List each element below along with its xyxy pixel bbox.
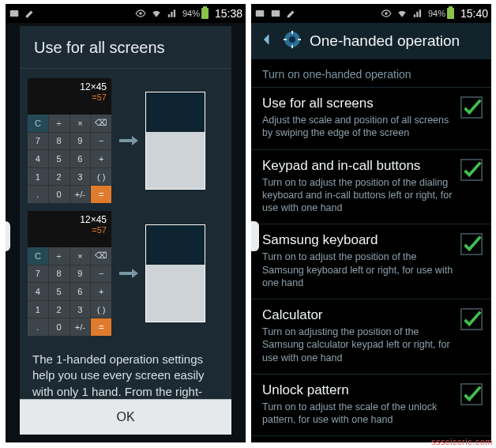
svg-point-6 [289, 36, 295, 43]
calc-key: 0 [49, 318, 70, 336]
signal-icon [412, 8, 423, 19]
calc-key: 4 [28, 283, 48, 300]
calc-key: = [91, 186, 111, 203]
page-title: One-handed operation [310, 32, 460, 50]
calc-key: 5 [49, 150, 70, 168]
setting-item[interactable]: Use for all screensAdjust the scale and … [251, 87, 491, 149]
edge-handle[interactable] [251, 221, 259, 251]
svg-rect-10 [298, 39, 301, 40]
setting-item[interactable]: CalculatorTurn on adjusting the position… [251, 299, 491, 374]
calc-key: ⌫ [91, 115, 111, 132]
calc-key: − [91, 133, 111, 150]
section-header: Turn on one-handed operation [251, 60, 491, 87]
calc-key: ÷ [49, 115, 70, 132]
calc-key: +/- [70, 318, 91, 336]
setting-label: Calculator [262, 307, 453, 323]
calc-key: 0 [49, 186, 70, 203]
checkbox-checked-icon[interactable] [460, 382, 483, 409]
back-icon[interactable] [259, 32, 275, 51]
edge-handle[interactable] [6, 221, 10, 251]
image-icon [270, 8, 281, 19]
calc-key: = [91, 318, 111, 336]
setting-label: Keypad and in-call buttons [262, 158, 453, 174]
checkbox-checked-icon[interactable] [460, 307, 483, 334]
svg-rect-8 [291, 45, 293, 48]
svg-rect-7 [291, 31, 293, 34]
calc-key: 2 [49, 301, 70, 318]
setting-label: Samsung keyboard [262, 232, 453, 248]
calc-mini [146, 225, 205, 322]
calc-key: + [91, 150, 111, 168]
dialog-description: The 1-handed operation settings help you… [28, 344, 224, 399]
wifi-icon [151, 8, 162, 19]
battery-icon: 94% [182, 8, 209, 19]
arrow-right-icon [119, 134, 138, 148]
calc-key: − [91, 265, 111, 283]
calc-key: 6 [70, 283, 91, 300]
calc-key: + [91, 283, 111, 300]
left-phone: 94% 15:38 Use for all screens 12×45=57 C… [6, 4, 246, 442]
illustration-row-1: 12×45=57 C÷×⌫789−456+123( ).0+/-= [28, 78, 224, 203]
wifi-icon [396, 8, 408, 19]
calc-key: 7 [28, 265, 48, 283]
calc-key: 7 [28, 133, 48, 150]
calc-key: 1 [28, 301, 48, 318]
calc-key: ( ) [91, 301, 111, 318]
setting-label: Unlock pattern [262, 382, 453, 398]
checkbox-checked-icon[interactable] [460, 232, 483, 259]
setting-item[interactable]: Unlock patternTurn on to adjust the scal… [251, 374, 491, 436]
calc-key: 1 [28, 168, 48, 186]
eye-icon [381, 8, 392, 19]
calc-key: 5 [49, 283, 70, 300]
svg-rect-2 [256, 10, 265, 17]
calc-key: C [28, 247, 48, 265]
svg-point-4 [385, 12, 388, 15]
right-phone: 94% 15:40 One-handed operation Turn on o… [251, 4, 491, 442]
calc-key: C [28, 115, 48, 132]
ok-button[interactable]: OK [20, 399, 231, 435]
signal-icon [167, 8, 178, 19]
watermark: sssciccric.com [431, 437, 493, 446]
calc-key: 8 [49, 133, 70, 150]
setting-subtext: Turn on to adjust the position of the Sa… [262, 250, 453, 289]
svg-rect-9 [284, 39, 287, 40]
calc-key: 2 [49, 168, 70, 186]
calc-key: 4 [28, 150, 48, 168]
svg-rect-0 [10, 10, 19, 17]
svg-point-1 [139, 12, 142, 15]
dialog-title: Use for all screens [20, 26, 231, 69]
status-clock: 15:38 [215, 7, 242, 20]
setting-subtext: Turn on to adjust the scale of the unloc… [262, 401, 453, 427]
calc-key: ⌫ [91, 247, 111, 265]
checkbox-checked-icon[interactable] [460, 158, 483, 185]
calc-mini [146, 92, 205, 189]
calc-key: 3 [70, 301, 91, 318]
settings-gear-icon[interactable] [283, 30, 302, 52]
edit-icon [286, 8, 297, 19]
checkbox-checked-icon[interactable] [460, 96, 483, 122]
svg-rect-3 [272, 10, 280, 17]
battery-icon: 94% [428, 8, 454, 19]
edit-icon [24, 8, 36, 19]
status-clock: 15:40 [460, 7, 488, 20]
illustration-row-2: 12×45=57 C÷×⌫789−456+123( ).0+/-= [28, 211, 224, 336]
setting-label: Use for all screens [262, 96, 453, 111]
arrow-right-icon [119, 266, 138, 280]
calc-key: 9 [70, 133, 91, 150]
status-bar: 94% 15:38 [6, 4, 246, 23]
calc-key: ( ) [91, 168, 111, 186]
setting-subtext: Turn on adjusting the position of the Sa… [262, 326, 453, 364]
calc-key: . [28, 186, 48, 203]
eye-icon [135, 8, 146, 19]
calc-key: ÷ [49, 247, 70, 265]
image-icon [254, 8, 265, 19]
title-bar: One-handed operation [251, 23, 491, 60]
calc-full: 12×45=57 C÷×⌫789−456+123( ).0+/-= [28, 211, 111, 336]
calc-key: +/- [70, 186, 91, 203]
setting-item[interactable]: Samsung keyboardTurn on to adjust the po… [251, 224, 491, 299]
calc-key: 8 [49, 265, 70, 283]
calc-key: 3 [70, 168, 91, 186]
calc-key: × [70, 115, 91, 132]
setting-item[interactable]: Keypad and in-call buttonsTurn on to adj… [251, 149, 491, 224]
calc-key: 9 [70, 265, 91, 283]
